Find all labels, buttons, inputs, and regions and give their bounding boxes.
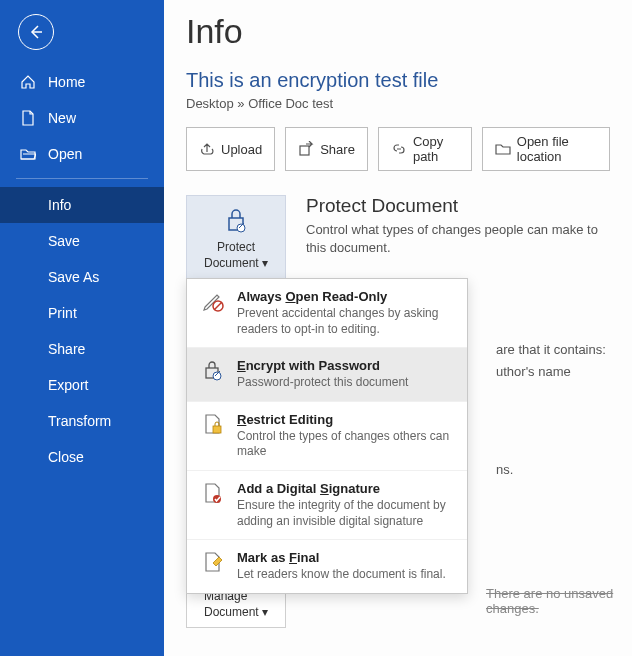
protect-dropdown: Always Open Read-OnlyPrevent accidental …: [186, 278, 468, 594]
svg-point-9: [213, 495, 221, 503]
share-icon: [298, 141, 314, 157]
doc-lock-icon: [199, 412, 227, 460]
document-icon: [20, 110, 40, 126]
protect-section: ProtectDocument ▾ Protect Document Contr…: [186, 195, 610, 283]
button-label: Share: [320, 142, 355, 157]
sidebar-item-label: Info: [48, 197, 71, 213]
dropdown-title: Add a Digital Signature: [237, 481, 455, 496]
sidebar-item-close[interactable]: Close: [0, 439, 164, 475]
back-button[interactable]: [18, 14, 54, 50]
dropdown-desc: Let readers know the document is final.: [237, 567, 455, 583]
button-label: Open file location: [517, 134, 597, 164]
sidebar-item-label: New: [48, 110, 76, 126]
dropdown-desc: Control the types of changes others can …: [237, 429, 455, 460]
sidebar-item-open[interactable]: Open: [0, 136, 164, 172]
breadcrumb: Desktop » Office Doc test: [186, 96, 610, 111]
button-label: Upload: [221, 142, 262, 157]
page-title: Info: [186, 12, 610, 51]
button-label: ManageDocument ▾: [204, 589, 268, 620]
pencil-no-icon: [199, 289, 227, 337]
dropdown-desc: Password-protect this document: [237, 375, 455, 391]
sidebar-item-new[interactable]: New: [0, 100, 164, 136]
svg-rect-8: [213, 426, 221, 433]
share-button[interactable]: Share: [285, 127, 368, 171]
upload-button[interactable]: Upload: [186, 127, 275, 171]
sidebar-item-label: Save: [48, 233, 80, 249]
action-row: Upload Share Copy path Open file locatio…: [186, 127, 610, 171]
sidebar-item-info[interactable]: Info: [0, 187, 164, 223]
dropdown-item-signature[interactable]: Add a Digital SignatureEnsure the integr…: [187, 471, 467, 540]
sidebar-item-label: Transform: [48, 413, 111, 429]
sidebar-item-label: Open: [48, 146, 82, 162]
sidebar-item-label: Save As: [48, 269, 99, 285]
sidebar-item-export[interactable]: Export: [0, 367, 164, 403]
upload-icon: [199, 141, 215, 157]
sidebar-item-label: Share: [48, 341, 85, 357]
folder-open-icon: [20, 146, 40, 162]
doc-final-icon: [199, 550, 227, 583]
sidebar-item-print[interactable]: Print: [0, 295, 164, 331]
dropdown-item-read-only[interactable]: Always Open Read-OnlyPrevent accidental …: [187, 279, 467, 348]
svg-point-7: [213, 372, 221, 380]
dropdown-item-final[interactable]: Mark as FinalLet readers know the docume…: [187, 540, 467, 593]
dropdown-title: Encrypt with Password: [237, 358, 455, 373]
sidebar-item-home[interactable]: Home: [0, 64, 164, 100]
svg-rect-1: [300, 146, 309, 155]
sidebar-item-label: Print: [48, 305, 77, 321]
sidebar-item-save-as[interactable]: Save As: [0, 259, 164, 295]
arrow-left-icon: [28, 24, 44, 40]
sidebar: Home New Open Info Save Save As Print Sh…: [0, 0, 164, 656]
sidebar-item-label: Home: [48, 74, 85, 90]
copy-path-button[interactable]: Copy path: [378, 127, 472, 171]
inspect-peek-3: ns.: [496, 462, 513, 477]
dropdown-title: Always Open Read-Only: [237, 289, 455, 304]
link-icon: [391, 141, 407, 157]
protect-description: Control what types of changes people can…: [306, 221, 610, 257]
sidebar-divider: [16, 178, 148, 179]
protect-heading: Protect Document: [306, 195, 610, 217]
doc-signature-icon: [199, 481, 227, 529]
sidebar-item-share[interactable]: Share: [0, 331, 164, 367]
home-icon: [20, 74, 40, 90]
inspect-peek-2: uthor's name: [496, 364, 571, 379]
unsaved-text: There are no unsaved changes.: [486, 586, 632, 616]
dropdown-desc: Prevent accidental changes by asking rea…: [237, 306, 455, 337]
protect-document-button[interactable]: ProtectDocument ▾: [186, 195, 286, 283]
sidebar-item-label: Close: [48, 449, 84, 465]
dropdown-title: Restrict Editing: [237, 412, 455, 427]
sidebar-item-save[interactable]: Save: [0, 223, 164, 259]
dropdown-item-encrypt[interactable]: Encrypt with PasswordPassword-protect th…: [187, 348, 467, 402]
lock-icon: [222, 206, 250, 234]
folder-icon: [495, 141, 511, 157]
dropdown-title: Mark as Final: [237, 550, 455, 565]
sidebar-item-label: Export: [48, 377, 88, 393]
dropdown-desc: Ensure the integrity of the document by …: [237, 498, 455, 529]
dropdown-item-restrict[interactable]: Restrict EditingControl the types of cha…: [187, 402, 467, 471]
inspect-peek-1: are that it contains:: [496, 342, 606, 357]
button-label: ProtectDocument ▾: [204, 240, 268, 271]
button-label: Copy path: [413, 134, 459, 164]
svg-point-3: [237, 224, 245, 232]
open-location-button[interactable]: Open file location: [482, 127, 610, 171]
document-title: This is an encryption test file: [186, 69, 610, 92]
svg-line-5: [214, 302, 222, 310]
sidebar-item-transform[interactable]: Transform: [0, 403, 164, 439]
lock-key-icon: [199, 358, 227, 391]
